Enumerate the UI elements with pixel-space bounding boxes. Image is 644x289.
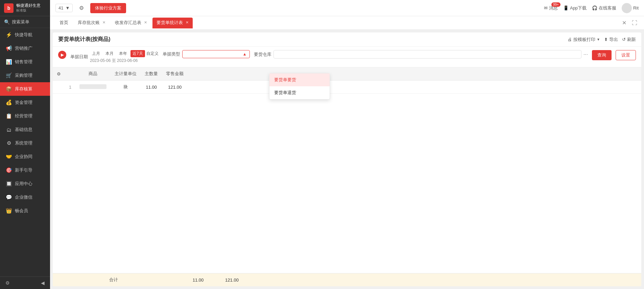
settings-icon[interactable]: ⚙ bbox=[5, 280, 10, 286]
user-name: Rit bbox=[633, 5, 639, 10]
custom-date-btn[interactable]: 自定义 bbox=[146, 51, 159, 57]
col-product: 商品 bbox=[75, 67, 111, 81]
sidebar-label: 畅会员 bbox=[15, 208, 28, 214]
logo-icon: b bbox=[4, 3, 14, 13]
footer-amount: 121.00 bbox=[215, 277, 249, 283]
tab-receive-summary[interactable]: 收发存汇总表 ✕ bbox=[111, 18, 151, 28]
dropdown-item-order-return[interactable]: 要货单退货 bbox=[269, 86, 330, 99]
quick-nav-icon: ⚡ bbox=[5, 31, 12, 38]
col-unit: 主计量单位 bbox=[111, 67, 141, 81]
sidebar-item-guide[interactable]: 🎯 新手引导 bbox=[0, 163, 50, 177]
cell-quantity: 11.00 bbox=[141, 81, 162, 94]
type-chevron-icon: ▲ bbox=[243, 52, 247, 57]
print-button[interactable]: 🖨 按模板打印 ▼ bbox=[568, 37, 600, 43]
footer-label: 合计 bbox=[80, 277, 147, 283]
print-icon: 🖨 bbox=[568, 37, 572, 42]
footer-quantity: 11.00 bbox=[181, 277, 215, 283]
sidebar-item-sales[interactable]: 📊 销售管理 bbox=[0, 55, 50, 69]
sidebar-item-cooperation[interactable]: 🤝 企业协同 bbox=[0, 150, 50, 163]
sidebar-item-marketing[interactable]: 📢 营销推广 bbox=[0, 42, 50, 55]
app-download-label: App下载 bbox=[570, 5, 587, 11]
online-service-button[interactable]: 🎧 在线客服 bbox=[592, 5, 616, 11]
last-month-btn[interactable]: 上月 bbox=[90, 50, 102, 57]
sidebar-item-basic[interactable]: 🗂 基础信息 bbox=[0, 123, 50, 136]
this-month-btn[interactable]: 本月 bbox=[103, 50, 116, 57]
app-name: 畅捷通好生意 bbox=[16, 3, 41, 8]
header-right: ✉ 消息 99+ 📱 App下载 🎧 在线客服 Rit bbox=[544, 3, 639, 13]
export-label: 导出 bbox=[609, 37, 618, 43]
data-table: ⚙ 商品 主计量单位 主数量 零售金额 1 bbox=[53, 67, 641, 94]
user-avatar-area[interactable]: Rit bbox=[622, 3, 639, 13]
sidebar-item-inventory[interactable]: 📦 库存核算 bbox=[0, 82, 50, 96]
sidebar-item-quick-nav[interactable]: ⚡ 快捷导航 bbox=[0, 28, 50, 42]
date-group: 上月 本月 本年 近7天 自定义 2023-05-06 至 2023-06-06 bbox=[90, 50, 159, 64]
cell-rownum: 1 bbox=[65, 81, 75, 94]
sidebar: b 畅捷通好生意 标准版 🔍 搜索菜单 ⚡ 快捷导航 📢 营销推广 📊 销售管理… bbox=[0, 0, 50, 289]
tab-inventory-batch[interactable]: 库存批次账 ✕ bbox=[74, 18, 110, 28]
sidebar-label: 系统管理 bbox=[15, 140, 32, 146]
sidebar-item-operation[interactable]: 📋 经营管理 bbox=[0, 109, 50, 123]
page-title: 要货单统计表(按商品) bbox=[58, 36, 111, 43]
sidebar-item-purchase[interactable]: 🛒 采购管理 bbox=[0, 69, 50, 82]
export-icon: ⬆ bbox=[604, 37, 608, 42]
date-range-text: 2023-05-06 至 2023-06-06 bbox=[90, 58, 159, 64]
type-select[interactable]: ▲ bbox=[182, 50, 250, 58]
warehouse-filter-group: 要货仓库 ··· bbox=[254, 50, 588, 59]
guide-icon: 🎯 bbox=[5, 167, 12, 174]
data-table-wrap: ⚙ 商品 主计量单位 主数量 零售金额 1 bbox=[53, 67, 641, 273]
sidebar-item-member[interactable]: 👑 畅会员 bbox=[0, 204, 50, 218]
tab-close-btn[interactable]: ✕ bbox=[621, 19, 628, 27]
search-menu[interactable]: 🔍 搜索菜单 bbox=[0, 16, 50, 28]
last-7-days-btn[interactable]: 近7天 bbox=[130, 50, 145, 57]
sidebar-item-finance[interactable]: 💰 资金管理 bbox=[0, 96, 50, 109]
col-settings[interactable]: ⚙ bbox=[53, 67, 65, 81]
tab-order-stats[interactable]: 要货单统计表 ✕ bbox=[152, 18, 193, 28]
inventory-icon: 📦 bbox=[5, 86, 12, 92]
warehouse-filter-label: 要货仓库 bbox=[254, 51, 271, 58]
this-year-btn[interactable]: 本年 bbox=[117, 50, 129, 57]
col-rownum bbox=[65, 67, 75, 81]
table-row: 1 块 11.00 121.00 bbox=[53, 81, 641, 94]
warehouse-input[interactable] bbox=[273, 50, 581, 59]
purchase-icon: 🛒 bbox=[5, 72, 12, 79]
sidebar-label: 企业协同 bbox=[15, 154, 32, 160]
refresh-label: 刷新 bbox=[627, 37, 636, 43]
export-button[interactable]: ⬆ 导出 bbox=[604, 37, 618, 43]
dropdown-item-order-goods[interactable]: 要货单要货 bbox=[269, 73, 330, 86]
tab-maximize-btn[interactable]: ⛶ bbox=[630, 19, 639, 27]
tab-order-stats-close[interactable]: ✕ bbox=[186, 20, 189, 25]
sales-icon: 📊 bbox=[5, 59, 12, 65]
store-dropdown-icon: ▼ bbox=[65, 5, 70, 10]
messages-icon: ✉ bbox=[544, 5, 548, 10]
filter-expand-button[interactable]: ▶ bbox=[58, 51, 66, 59]
member-icon: 👑 bbox=[5, 207, 12, 214]
page-actions: 🖨 按模板打印 ▼ ⬆ 导出 ↺ 刷新 bbox=[568, 37, 636, 43]
settings-button[interactable]: 设置 bbox=[616, 50, 636, 60]
system-icon: ⚙ bbox=[5, 140, 12, 147]
messages-badge: 99+ bbox=[551, 2, 560, 7]
refresh-button[interactable]: ↺ 刷新 bbox=[622, 37, 636, 43]
tab-home[interactable]: 首页 bbox=[55, 18, 72, 28]
page-header: 要货单统计表(按商品) 🖨 按模板打印 ▼ ⬆ 导出 ↺ 刷新 bbox=[53, 32, 641, 47]
collapse-icon[interactable]: ◀ bbox=[41, 280, 45, 286]
sidebar-item-app-center[interactable]: 🔲 应用中心 bbox=[0, 177, 50, 191]
query-button[interactable]: 查询 bbox=[592, 50, 612, 60]
store-selector[interactable]: 41 ▼ bbox=[55, 4, 73, 12]
cell-settings bbox=[53, 81, 65, 94]
sidebar-item-system[interactable]: ⚙ 系统管理 bbox=[0, 136, 50, 150]
header-left: 41 ▼ ⚙ 体验行业方案 bbox=[55, 3, 126, 13]
filter-more-button[interactable]: ··· bbox=[583, 51, 588, 58]
refresh-icon: ↺ bbox=[622, 37, 626, 42]
tab-inventory-batch-label: 库存批次账 bbox=[78, 20, 100, 26]
trial-button[interactable]: 体验行业方案 bbox=[90, 3, 126, 13]
type-dropdown: 要货单要货 要货单退货 bbox=[269, 73, 330, 99]
sidebar-item-wechat[interactable]: 💬 企业微信 bbox=[0, 191, 50, 204]
header-gear-button[interactable]: ⚙ bbox=[77, 3, 86, 13]
tab-receive-summary-close[interactable]: ✕ bbox=[144, 20, 147, 25]
messages-button[interactable]: ✉ 消息 99+ bbox=[544, 5, 558, 11]
main-area: 41 ▼ ⚙ 体验行业方案 ✉ 消息 99+ 📱 App下载 🎧 在线客服 R bbox=[50, 0, 644, 289]
tab-inventory-batch-close[interactable]: ✕ bbox=[102, 20, 105, 25]
cell-extra bbox=[188, 81, 641, 94]
app-download-button[interactable]: 📱 App下载 bbox=[563, 5, 587, 11]
expand-icon: ▶ bbox=[61, 52, 64, 57]
